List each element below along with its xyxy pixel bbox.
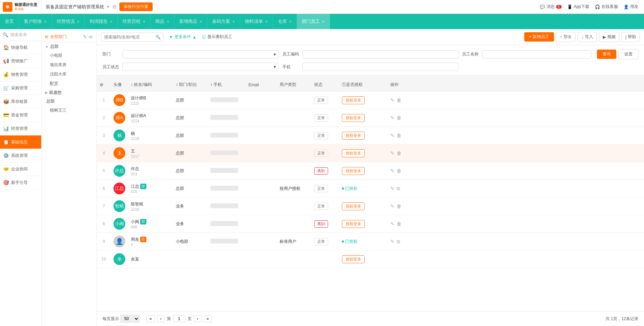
view-button[interactable]: ▶ 视频: [599, 32, 619, 42]
tab-add-goods[interactable]: 新增商品 ✕: [174, 14, 207, 29]
emp-code-input[interactable]: [302, 50, 459, 59]
edit-icon[interactable]: ✎: [390, 115, 394, 121]
copy-icon[interactable]: ⧉: [397, 239, 400, 245]
auth-button[interactable]: 授权登录: [342, 202, 365, 210]
trial-button[interactable]: 体验行业方案: [119, 2, 153, 11]
phone-input[interactable]: [302, 63, 459, 71]
dept-select[interactable]: ▾: [123, 50, 279, 59]
search-label[interactable]: 搜索菜单: [10, 32, 27, 38]
delete-icon[interactable]: 🗑: [397, 150, 401, 156]
app-download-button[interactable]: 📱 App下载: [567, 4, 589, 10]
sidebar-item-basic[interactable]: 📋 基础信息: [0, 135, 41, 149]
first-page-button[interactable]: «: [146, 315, 155, 322]
sidebar-item-guide[interactable]: 🎯 新手引导: [0, 176, 41, 190]
export-button[interactable]: ↑ 导出: [556, 32, 575, 42]
show-resigned-checkbox[interactable]: ☑ 显示离职员工: [202, 34, 232, 40]
sidebar-item-system[interactable]: ⚙️ 系统管理: [0, 149, 41, 162]
delete-icon[interactable]: 🗑: [397, 97, 401, 103]
status-select[interactable]: ▾: [123, 63, 279, 71]
delete-icon[interactable]: 🗑: [397, 168, 401, 174]
tab-warehouse[interactable]: 仓库 ✕: [273, 14, 297, 29]
dept-child-zhishu[interactable]: 植树王三: [42, 106, 97, 115]
dept-label[interactable]: 总部: [50, 44, 58, 50]
sidebar-item-purchase[interactable]: 🛒 采购管理: [0, 81, 41, 95]
sidebar-item-marketing[interactable]: 📢 营销推广: [0, 54, 41, 68]
auth-button[interactable]: 授权登录: [342, 96, 365, 104]
add-employee-button[interactable]: + 新增员工: [524, 32, 554, 42]
delete-icon[interactable]: 🗑: [397, 115, 401, 121]
delete-icon[interactable]: 🗑: [397, 133, 401, 138]
auth-button[interactable]: 授权登录: [342, 114, 365, 122]
tab-operation[interactable]: 经营情况 ✕: [52, 14, 85, 29]
reset-button[interactable]: 设置: [618, 49, 638, 59]
help-button[interactable]: | 帮助: [622, 32, 640, 42]
dept-child-peihuo[interactable]: 配货: [42, 79, 97, 88]
auth-button[interactable]: 授权登录: [342, 149, 365, 157]
auth-button[interactable]: 授权登录: [342, 132, 365, 140]
edit-icon[interactable]: ✎: [390, 203, 394, 209]
tab-close-icon[interactable]: ✕: [232, 20, 235, 24]
dropdown-icon[interactable]: ▾: [107, 4, 109, 9]
tab-close-icon[interactable]: ✕: [44, 20, 47, 24]
tab-close-icon[interactable]: ✕: [322, 20, 325, 24]
delete-icon[interactable]: 🗑: [397, 203, 401, 209]
emp-name-input[interactable]: [482, 50, 591, 59]
edit-icon[interactable]: ✎: [390, 221, 394, 227]
import-button[interactable]: ↓ 导入: [578, 32, 597, 42]
tab-goods[interactable]: 商品 ✕: [151, 14, 174, 29]
sidebar-item-navigation[interactable]: 🏠 快捷导航: [0, 41, 41, 54]
edit-icon[interactable]: ✎: [390, 97, 394, 103]
tab-close-icon[interactable]: ✕: [265, 20, 268, 24]
sidebar-item-sales[interactable]: 💰 销售管理: [0, 68, 41, 81]
tab-process[interactable]: 经营历程 ✕: [118, 14, 151, 29]
edit-icon[interactable]: ✎: [390, 186, 394, 192]
dept-child-project[interactable]: 项目库房: [42, 60, 97, 70]
search-input[interactable]: [101, 33, 163, 42]
tab-close-icon[interactable]: ✕: [199, 20, 202, 24]
auth-button[interactable]: 授权登录: [342, 255, 365, 263]
search-button[interactable]: 查询: [597, 50, 616, 59]
gear-icon[interactable]: ⚙: [112, 4, 117, 10]
col-phone[interactable]: ↕ 手机: [208, 78, 246, 91]
prev-page-button[interactable]: ‹: [157, 315, 165, 322]
tab-close-icon[interactable]: ✕: [110, 20, 112, 24]
auth-button[interactable]: 授权登录: [342, 220, 365, 228]
dept-label-3[interactable]: 总部: [45, 98, 55, 104]
col-name[interactable]: ↕ 姓名/编码: [128, 78, 173, 91]
edit-icon[interactable]: ✎: [390, 133, 394, 138]
tab-profit[interactable]: 利润报告 ✕: [85, 14, 118, 29]
next-page-button[interactable]: ›: [194, 315, 201, 322]
sidebar-item-finance[interactable]: 💳 资金管理: [0, 108, 41, 122]
message-button[interactable]: 💬 消息 5: [540, 4, 562, 10]
edit-dept-icon[interactable]: ✎: [83, 34, 87, 39]
col-settings[interactable]: ⚙: [97, 78, 111, 91]
tab-employee[interactable]: 部门员工 ✕: [297, 14, 330, 29]
copy-icon[interactable]: ⧉: [397, 186, 400, 192]
tab-close-icon[interactable]: ✕: [166, 20, 169, 24]
delete-icon[interactable]: 🗑: [397, 221, 401, 227]
sidebar-item-collab[interactable]: 🤝 企业协同: [0, 162, 41, 176]
tab-close-icon[interactable]: ✕: [77, 20, 80, 24]
online-service-button[interactable]: 🎧 在线客服: [595, 4, 618, 10]
tab-barcode[interactable]: 条码方案 ✕: [207, 14, 240, 29]
tab-bom[interactable]: 物料清单 ✕: [240, 14, 273, 29]
collapse-tree-icon[interactable]: ≪: [88, 34, 93, 39]
edit-icon[interactable]: ✎: [390, 239, 394, 245]
sidebar-item-inventory[interactable]: 📦 库存核算: [0, 95, 41, 108]
dept-child-xiaodibu[interactable]: 小电部: [42, 51, 97, 60]
sidebar-item-business[interactable]: 📊 经营管理: [0, 122, 41, 135]
auth-button[interactable]: 授权登录: [342, 167, 365, 175]
edit-icon[interactable]: ✎: [390, 150, 394, 156]
page-input[interactable]: [173, 315, 185, 322]
page-size-select[interactable]: 50 100: [120, 315, 139, 323]
tab-close-icon[interactable]: ✕: [143, 20, 145, 24]
tab-customer[interactable]: 客户联络 ✕: [19, 14, 52, 29]
last-page-button[interactable]: »: [203, 315, 212, 322]
dept-label-2[interactable]: 双虚想: [49, 90, 62, 96]
tab-close-icon[interactable]: ✕: [289, 20, 292, 24]
col-dept[interactable]: ↕ 部门/职位: [173, 78, 208, 91]
edit-icon[interactable]: ✎: [390, 168, 394, 174]
user-menu[interactable]: 👤 用友: [624, 4, 638, 10]
dept-child-shenyang[interactable]: 沈阳大库: [42, 70, 97, 79]
more-filter-button[interactable]: ▼ 更多条件 ▲: [166, 33, 199, 41]
